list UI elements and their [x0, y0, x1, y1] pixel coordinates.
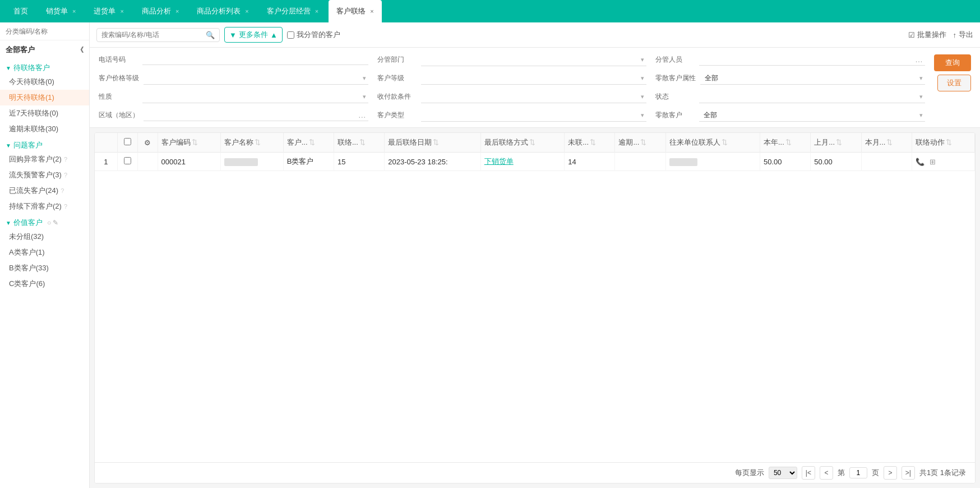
select-all-checkbox[interactable]: [124, 138, 131, 145]
row-checkbox[interactable]: [124, 157, 131, 164]
cell-no: 1: [95, 153, 117, 171]
sort-this-month-icon[interactable]: ⇅: [886, 138, 893, 146]
export-btn[interactable]: ↑ 导出: [953, 30, 974, 40]
group-problem-customer[interactable]: 问题客户: [0, 137, 89, 151]
sidebar-item-declining[interactable]: 持续下滑客户(2) ?: [0, 199, 89, 214]
filter-retail-customer-select[interactable]: 全部: [701, 110, 919, 120]
contact-method-link[interactable]: 下销货单: [484, 157, 514, 165]
filter-status-label: 状态: [655, 92, 695, 102]
filter-person-dots[interactable]: …: [915, 55, 923, 64]
nav-home[interactable]: 首页: [6, 0, 36, 22]
filter-customer-type-select[interactable]: [423, 110, 641, 120]
cell-unit-contact: [665, 153, 760, 171]
close-customer-contact-icon[interactable]: ×: [370, 8, 373, 15]
search-icon[interactable]: 🔍: [206, 31, 215, 39]
sort-unit-icon[interactable]: ⇅: [722, 138, 728, 146]
per-page-select[interactable]: 50 100: [769, 467, 797, 479]
sidebar-item-tomorrow[interactable]: 明天待联络(1): [0, 90, 89, 105]
filter-dept: 分管部门 ▾: [377, 53, 647, 66]
sidebar-item-class-a[interactable]: A类客户(1): [0, 245, 89, 260]
sidebar-all-header[interactable]: 全部客户 《: [0, 40, 89, 59]
sort-date-icon[interactable]: ⇅: [433, 138, 439, 146]
filter-status-select[interactable]: [701, 91, 919, 102]
nav-customer-contact[interactable]: 客户联络 ×: [329, 0, 381, 22]
nav-product-analysis-list[interactable]: 商品分析列表 ×: [189, 0, 256, 22]
sidebar-item-class-b[interactable]: B类客户(33): [0, 260, 89, 276]
sidebar-item-7days[interactable]: 近7天待联络(0): [0, 105, 89, 121]
customer-table: ⚙ 客户编码⇅ 客户名称⇅ 客户...⇅ 联络...⇅: [95, 133, 975, 171]
close-customer-layer-icon[interactable]: ×: [315, 8, 318, 15]
filter-price-level-select[interactable]: [146, 73, 363, 83]
table-row: 1 000021 B类客户 15 2023-05-23 18:25: 下销货单: [95, 153, 975, 171]
sidebar-item-ungrouped[interactable]: 未分组(32): [0, 229, 89, 245]
filter-region-dots[interactable]: …: [358, 111, 366, 119]
nav-sales[interactable]: 销货单 ×: [38, 0, 84, 22]
close-product-analysis-icon[interactable]: ×: [175, 8, 179, 15]
sort-code-icon[interactable]: ⇅: [192, 138, 198, 146]
nav-customer-layer[interactable]: 客户分层经营 ×: [259, 0, 326, 22]
page-number-input[interactable]: [849, 467, 867, 478]
filter-status-wrap: ▾: [699, 90, 925, 103]
close-sales-icon[interactable]: ×: [72, 8, 76, 15]
filter-payment: 收付款条件 ▾: [377, 90, 647, 103]
batch-op-btn[interactable]: ☑ 批量操作: [908, 30, 946, 40]
group-problem-label: 问题客户: [13, 140, 43, 150]
close-purchase-icon[interactable]: ×: [120, 8, 123, 15]
filter-dept-select[interactable]: [423, 54, 641, 65]
phone-action-icon[interactable]: 📞: [916, 158, 924, 166]
group-pending-contact[interactable]: 待联络客户: [0, 59, 89, 74]
nav-product-analysis[interactable]: 商品分析 ×: [134, 0, 187, 22]
group-value-customer[interactable]: 价值客户 ○ ✎: [0, 214, 89, 229]
col-last-date: 最后联络日期⇅: [385, 133, 480, 153]
grid-action-icon[interactable]: ⊞: [930, 158, 936, 166]
next-page-btn[interactable]: >: [884, 466, 897, 480]
search-input[interactable]: [101, 31, 204, 39]
batch-op-checkbox-icon: ☑: [908, 31, 915, 39]
group-pending-label: 待联络客户: [13, 63, 50, 73]
filter-customer-level-select[interactable]: [423, 73, 641, 83]
more-filter-btn[interactable]: ▼ 更多条件 ▲: [224, 27, 283, 43]
cell-contact-count: 15: [334, 153, 385, 171]
filter-payment-select[interactable]: [423, 91, 641, 102]
retail-attr-chevron-icon: ▾: [919, 75, 923, 82]
cell-customer-code[interactable]: 000021: [158, 153, 220, 171]
sort-no-contact-icon[interactable]: ⇅: [590, 138, 596, 146]
chevron-up-icon: ▲: [270, 31, 278, 39]
table-scroll: ⚙ 客户编码⇅ 客户名称⇅ 客户...⇅ 联络...⇅: [95, 133, 975, 462]
sidebar-item-churned[interactable]: 已流失客户(24) ?: [0, 183, 89, 199]
nav-purchase[interactable]: 进货单 ×: [86, 0, 131, 22]
sidebar-item-today[interactable]: 今天待联络(0): [0, 74, 89, 90]
sort-last-month-icon[interactable]: ⇅: [836, 138, 842, 146]
query-btn[interactable]: 查询: [934, 54, 971, 71]
close-product-analysis-list-icon[interactable]: ×: [245, 8, 248, 15]
first-page-btn[interactable]: |<: [802, 466, 815, 480]
batch-op-label: 批量操作: [917, 30, 946, 40]
prev-page-btn[interactable]: <: [820, 466, 833, 480]
cell-last-contact-method[interactable]: 下销货单: [480, 153, 564, 171]
col-setting[interactable]: ⚙: [137, 133, 158, 153]
filter-retail-attr: 零散客户属性 全部 ▾: [655, 72, 925, 85]
my-customer-checkbox[interactable]: [287, 31, 294, 39]
last-page-btn[interactable]: >|: [902, 466, 915, 480]
sort-contact-icon[interactable]: ⇅: [359, 138, 366, 146]
sidebar-search-input[interactable]: [6, 27, 90, 35]
sidebar-item-overdue[interactable]: 逾期未联络(30): [0, 121, 89, 137]
col-last-month: 上月...⇅: [811, 133, 861, 153]
sort-type-icon[interactable]: ⇅: [309, 138, 315, 146]
filter-nature-select[interactable]: [145, 91, 363, 102]
sort-year-icon[interactable]: ⇅: [785, 138, 792, 146]
setting-btn[interactable]: 设置: [937, 75, 971, 91]
filter-icon: ▼: [229, 31, 237, 39]
sidebar-item-repurchase-abnormal[interactable]: 回购异常客户(2) ?: [0, 151, 89, 167]
sort-name-icon[interactable]: ⇅: [255, 138, 261, 146]
customer-level-chevron-icon: ▾: [641, 75, 644, 82]
nature-chevron-icon: ▾: [363, 93, 366, 100]
sort-overdue-icon[interactable]: ⇅: [640, 138, 646, 146]
sort-method-icon[interactable]: ⇅: [529, 138, 535, 146]
sort-action-icon[interactable]: ⇅: [946, 138, 952, 146]
filter-status: 状态 ▾: [655, 90, 925, 103]
filter-phone-input[interactable]: [142, 54, 368, 65]
sidebar-item-class-c[interactable]: C类客户(6): [0, 276, 89, 292]
filter-retail-attr-select[interactable]: 全部: [702, 73, 919, 83]
sidebar-item-churn-warning[interactable]: 流失预警客户(3) ?: [0, 167, 89, 183]
